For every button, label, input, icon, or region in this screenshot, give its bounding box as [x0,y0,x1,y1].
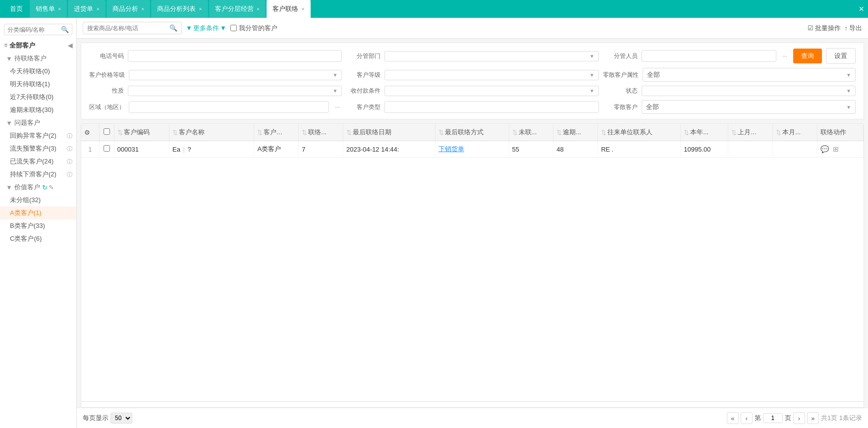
sidebar-search-input[interactable] [7,26,61,33]
th-contact-person[interactable]: ⇅ 往来单位联系人 [598,124,681,141]
td-checkbox[interactable] [99,141,114,158]
sidebar-item-declining[interactable]: 持续下滑客户(2) ⓘ [0,168,76,181]
th-overdue[interactable]: ⇅ 逾期... [553,124,598,141]
sidebar-item-churned[interactable]: 已流失客户(24) ⓘ [0,155,76,168]
nav-tab-purchase[interactable]: 进货单 × [68,0,105,18]
sidebar-item-unclassified[interactable]: 未分组(32) [0,194,76,207]
filter-input-region[interactable] [129,101,329,113]
sidebar-item-repurchase-abnormal[interactable]: 回购异常客户(2) ⓘ [0,129,76,142]
th-name[interactable]: ⇅ 客户名称 [169,124,254,141]
th-this-month[interactable]: ⇅ 本月... [773,124,817,141]
filter-select-payment[interactable]: ▼ [384,86,598,96]
first-page-btn[interactable]: « [727,412,739,424]
filter-select-customer-level[interactable]: ▼ [384,70,598,80]
sidebar-item-class-a[interactable]: A类客户(1) [0,207,76,219]
filter-select-status[interactable]: ▼ [642,86,856,96]
search-bar-icon[interactable]: 🔍 [169,24,177,32]
filter-input-manager[interactable] [642,50,776,62]
filter-row-1: 电话号码 [89,48,342,64]
nav-tab-customer-layer[interactable]: 客户分层经营 × [209,0,266,18]
refresh-icon[interactable]: ↻ [42,184,48,191]
sidebar-collapse-btn[interactable]: ◀ [68,42,72,49]
more-filter-btn[interactable]: ▼ 更多条件 ▼ [186,24,226,33]
close-tab-sales[interactable]: × [58,6,61,12]
row-checkbox[interactable] [104,145,110,152]
th-category[interactable]: ⇅ 客户... [254,124,299,141]
filter-label-region: 区域（地区） [89,103,125,111]
my-customer-checkbox[interactable] [230,25,237,31]
filter-label-customer-level: 客户等级 [346,71,380,79]
close-tab-customer-contact[interactable]: × [301,6,304,12]
filter-select-sparse-customer[interactable]: 全部 ▼ [642,100,856,114]
batch-op-btn[interactable]: ☑ 批量操作 [808,24,841,33]
filter-panel: 电话号码 分管部门 ▼ 分管人员 ··· 查询 设置 客户价格等级 [81,43,864,119]
group-pending-contact[interactable]: ▼ 待联络客户 [0,52,76,65]
setting-btn[interactable]: 设置 [826,48,856,64]
filter-select-dept[interactable]: ▼ [384,51,598,61]
th-last-month[interactable]: ⇅ 上月... [728,124,773,141]
th-last-date[interactable]: ⇅ 最后联络日期 [343,124,435,141]
nav-home[interactable]: 首页 [4,4,29,13]
search-input[interactable] [87,25,169,32]
nav-tab-customer-contact[interactable]: 客户联络 × [267,0,310,18]
th-gear[interactable]: ⚙ [81,124,99,141]
last-method-link[interactable]: 下销货单 [438,145,464,153]
sidebar-item-overdue-contact[interactable]: 逾期未联络(30) [0,104,76,116]
next-page-btn[interactable]: › [793,412,805,424]
grid-action-icon[interactable]: ⊞ [833,145,839,153]
th-checkbox[interactable] [99,124,114,141]
filter-select-price-level[interactable]: ▼ [129,70,342,80]
td-last-month [728,141,773,158]
sidebar-item-churn-warning[interactable]: 流失预警客户(3) ⓘ [0,142,76,155]
query-btn[interactable]: 查询 [793,49,822,63]
select-all-checkbox[interactable] [104,128,110,135]
sidebar-item-tomorrow-contact[interactable]: 明天待联络(1) [0,78,76,91]
prev-page-btn[interactable]: ‹ [741,412,753,424]
td-code[interactable]: 000031 [114,141,169,158]
filter-input-customer-type[interactable] [384,101,598,113]
th-last-method[interactable]: ⇅ 最后联络方式 [435,124,509,141]
table-wrapper[interactable]: ⚙ ⇅ 客户编码 [81,124,864,401]
th-code[interactable]: ⇅ 客户编码 [114,124,169,141]
chat-action-icon[interactable]: 💬 [820,145,829,153]
table-container: ⚙ ⇅ 客户编码 [81,123,864,408]
th-this-year[interactable]: ⇅ 本年... [681,124,728,141]
horizontal-scrollbar[interactable] [81,401,864,407]
filter-arrow-icon: ▼ [220,24,226,32]
region-dots-icon[interactable]: ··· [333,102,342,112]
filter-input-phone[interactable] [128,50,342,62]
sidebar-search-icon[interactable]: 🔍 [61,26,69,33]
filter-label-price-level: 客户价格等级 [89,71,125,79]
sidebar-item-7day-contact[interactable]: 近7天待联络(0) [0,91,76,104]
th-not-contact[interactable]: ⇅ 未联... [509,124,553,141]
sidebar-item-today-contact[interactable]: 今天待联络(0) [0,65,76,78]
nav-tab-product-list[interactable]: 商品分析列表 × [151,0,208,18]
td-not-contact: 55 [509,141,553,158]
close-tab-product-list[interactable]: × [199,6,202,12]
th-contact-count[interactable]: ⇅ 联络... [299,124,343,141]
payment-arrow-icon: ▼ [590,88,595,94]
filter-select-nature[interactable]: ▼ [128,86,342,96]
close-tab-purchase[interactable]: × [96,6,99,12]
page-input[interactable] [763,413,783,423]
window-close-btn[interactable]: × [859,4,864,14]
group-problem-customers[interactable]: ▼ 问题客户 [0,116,76,129]
manager-dots-icon[interactable]: ··· [780,51,789,61]
export-btn[interactable]: ↑ 导出 [845,24,863,33]
sidebar-item-class-c[interactable]: C类客户(6) [0,232,76,245]
last-page-btn[interactable]: » [807,412,819,424]
all-customers-header[interactable]: ⠿ 全部客户 ◀ [0,39,76,52]
td-name[interactable]: Ea | ? [169,141,254,158]
close-tab-customer-layer[interactable]: × [257,6,260,12]
close-tab-product-analysis[interactable]: × [141,6,144,12]
nav-tab-sales[interactable]: 销售单 × [30,0,67,18]
sidebar-item-class-b[interactable]: B类客户(33) [0,219,76,232]
filter-select-sparse-attr[interactable]: 全部 ▼ [643,68,856,82]
group-value-customers[interactable]: ▼ 价值客户 ↻ ✎ [0,181,76,194]
td-last-method[interactable]: 下销货单 [435,141,509,158]
per-page-select[interactable]: 50 [110,413,132,424]
gear-icon[interactable]: ⚙ [84,129,90,136]
edit-icon[interactable]: ✎ [49,184,54,191]
my-customer-checkbox-wrap[interactable]: 我分管的客户 [230,24,277,33]
nav-tab-product-analysis[interactable]: 商品分析 × [107,0,150,18]
